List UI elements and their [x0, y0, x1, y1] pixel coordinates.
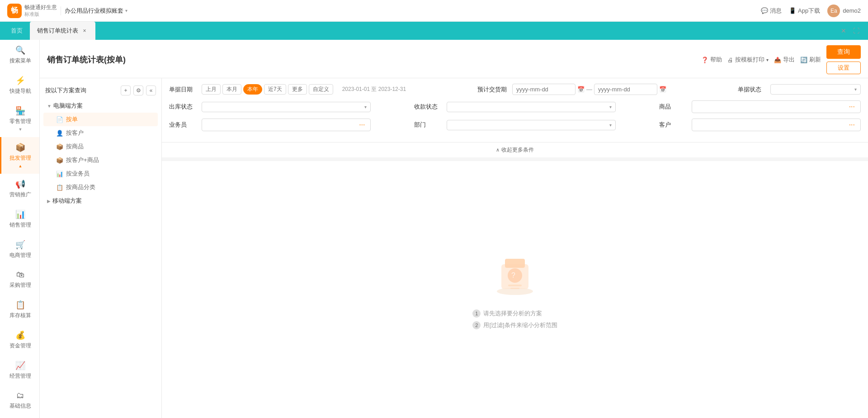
query-button[interactable]: 查询	[826, 45, 861, 59]
sidebar-item-marketing-label: 营销推广	[9, 191, 31, 199]
quick-nav-icon: ⚡	[15, 76, 25, 86]
logo-text: 畅捷通好生意 标准版	[24, 4, 57, 18]
basic-icon: 🗂	[16, 391, 24, 400]
salesperson-more-icon[interactable]: ···	[357, 121, 367, 129]
export-icon: 📤	[774, 57, 781, 63]
pc-group-label: 电脑端方案	[53, 102, 83, 110]
page-actions: ❓ 帮助 🖨 按模板打印 ▾ 📤 导出 🔄 刷新 查询	[701, 45, 861, 74]
date-btn-7days[interactable]: 近7天	[264, 84, 286, 95]
sidebar-item-sales-label: 销售管理	[9, 221, 31, 229]
tree-item-by-product-category[interactable]: 📋 按商品分类	[43, 180, 158, 194]
print-dropdown-icon: ▾	[766, 57, 769, 62]
sidebar-item-ecommerce[interactable]: 🛒 电商管理	[0, 234, 39, 265]
add-scheme-button[interactable]: +	[121, 86, 131, 95]
expected-date-input-group: 📅 — 📅	[512, 84, 666, 95]
tab-close-icon[interactable]: ×	[81, 27, 88, 34]
help-icon: ❓	[701, 57, 708, 63]
tab-sales-order-stats[interactable]: 销售订单统计表 ×	[30, 22, 95, 40]
wholesale-icon: 📦	[15, 142, 25, 152]
tree-item-by-order[interactable]: 📄 按单	[43, 113, 158, 126]
receive-status-select[interactable]: ▾	[447, 102, 616, 112]
sidebar-item-search-menu[interactable]: 🔍 搜索菜单	[0, 40, 39, 70]
by-customer-label: 按客户	[66, 129, 84, 137]
expected-date-end-input[interactable]	[594, 84, 657, 95]
close-window-button[interactable]: ✕	[839, 26, 848, 35]
print-icon: 🖨	[727, 57, 733, 63]
ecommerce-icon: 🛒	[15, 240, 25, 250]
sidebar-item-system[interactable]: ⚙ 系统管理	[0, 415, 39, 418]
calendar-end-icon[interactable]: 📅	[659, 86, 666, 93]
status-select[interactable]: ▾	[770, 84, 861, 95]
tree-item-by-customer[interactable]: 👤 按客户	[43, 126, 158, 140]
sidebar: 🔍 搜索菜单 ⚡ 快捷导航 🏪 零售管理 ▼ 📦 批发管理 ▲ 📢 营销推广 📊…	[0, 40, 40, 418]
filter-panel: 单据日期 上月 本月 本年 近7天 更多 自定义 2023-01-01 至 20…	[162, 78, 868, 142]
help-button[interactable]: ❓ 帮助	[701, 56, 722, 64]
sidebar-item-retail[interactable]: 🏪 零售管理 ▼	[0, 100, 39, 137]
avatar: Ea	[827, 5, 840, 17]
top-bar-right: 💬 消息 📱 App下载 Ea demo2	[761, 5, 861, 17]
date-btn-custom[interactable]: 自定义	[309, 84, 333, 95]
refresh-button[interactable]: 🔄 刷新	[800, 56, 821, 64]
tip-1-text: 请先选择要分析的方案	[483, 309, 542, 318]
svg-text:?: ?	[511, 271, 515, 279]
date-filter-buttons: 上月 本月 本年 近7天 更多 自定义	[202, 84, 333, 95]
sidebar-item-operation[interactable]: 📈 经营管理	[0, 355, 39, 385]
logo-icon: 畅	[7, 4, 22, 18]
sidebar-item-marketing[interactable]: 📢 营销推广	[0, 174, 39, 204]
sidebar-item-wholesale[interactable]: 📦 批发管理 ▲	[0, 137, 39, 174]
settings-button[interactable]: 设置	[826, 62, 861, 74]
date-btn-last-month[interactable]: 上月	[202, 84, 221, 95]
sidebar-item-ecommerce-label: 电商管理	[9, 252, 31, 259]
purchase-icon: 🛍	[16, 270, 24, 280]
message-button[interactable]: 💬 消息	[761, 7, 782, 15]
scheme-settings-button[interactable]: ⚙	[133, 86, 143, 95]
empty-tip-1: 1 请先选择要分析的方案	[472, 309, 557, 318]
collapse-panel-button[interactable]: «	[146, 86, 156, 95]
out-status-label: 出库状态	[169, 103, 196, 111]
out-status-select[interactable]: ▾	[202, 102, 371, 112]
app-title-dropdown[interactable]: 办公用品行业模拟账套 ▾	[65, 7, 127, 15]
dept-select[interactable]: ▾	[447, 120, 616, 130]
sidebar-item-inventory-label: 库存核算	[9, 312, 31, 319]
sidebar-item-quick-nav[interactable]: ⚡ 快捷导航	[0, 70, 39, 100]
tree-group-mobile-header[interactable]: ▶ 移动端方案	[43, 194, 158, 208]
date-btn-this-month[interactable]: 本月	[222, 84, 241, 95]
date-btn-more[interactable]: 更多	[288, 84, 307, 95]
expected-date-start-input[interactable]	[512, 84, 576, 95]
by-order-label: 按单	[66, 115, 78, 124]
logo-version: 标准版	[24, 11, 57, 17]
sidebar-item-inventory[interactable]: 📋 库存核算	[0, 294, 39, 325]
tab-home[interactable]: 首页	[4, 22, 30, 40]
empty-tips: 1 请先选择要分析的方案 2 用[过滤]条件来缩小分析范围	[472, 309, 557, 333]
tree-item-by-product[interactable]: 📦 按商品	[43, 140, 158, 153]
tree-item-by-customer-product[interactable]: 📦 按客户+商品	[43, 153, 158, 167]
goods-more-icon[interactable]: ···	[847, 103, 857, 111]
collapse-btn-label: 收起更多条件	[501, 146, 534, 154]
sidebar-item-finance[interactable]: 💰 资金管理	[0, 325, 39, 355]
empty-tip-2: 2 用[过滤]条件来缩小分析范围	[472, 321, 557, 329]
sidebar-item-purchase[interactable]: 🛍 采购管理	[0, 265, 39, 294]
tree-group-pc-header[interactable]: ▼ 电脑端方案	[43, 99, 158, 113]
customer-more-icon[interactable]: ···	[847, 121, 857, 129]
collapse-bar[interactable]: ∧ 收起更多条件	[162, 142, 868, 157]
refresh-icon: 🔄	[800, 57, 807, 63]
filter-row-salesperson: 业务员 ··· 部门 ▾ 客户	[169, 119, 861, 131]
top-bar: 畅 畅捷通好生意 标准版 办公用品行业模拟账套 ▾ 💬 消息 📱 App下载 E…	[0, 0, 868, 22]
sidebar-item-retail-label: 零售管理	[9, 118, 31, 125]
sidebar-item-basic[interactable]: 🗂 基础信息	[0, 385, 39, 415]
by-product-label: 按商品	[66, 142, 84, 151]
user-name: demo2	[843, 7, 861, 14]
sidebar-item-operation-label: 经营管理	[9, 372, 31, 380]
app-download-button[interactable]: 📱 App下载	[789, 7, 820, 15]
finance-icon: 💰	[15, 330, 25, 340]
calendar-start-icon[interactable]: 📅	[577, 86, 585, 93]
template-print-button[interactable]: 🖨 按模板打印 ▾	[727, 56, 769, 64]
user-avatar-area[interactable]: Ea demo2	[827, 5, 861, 17]
tree-item-by-salesperson[interactable]: 📊 按业务员	[43, 167, 158, 180]
maximize-window-button[interactable]: ⛶	[852, 26, 861, 35]
operation-icon: 📈	[15, 361, 25, 370]
date-btn-this-year[interactable]: 本年	[243, 84, 262, 95]
sidebar-item-sales[interactable]: 📊 销售管理	[0, 204, 39, 234]
sidebar-item-purchase-label: 采购管理	[9, 281, 31, 289]
export-button[interactable]: 📤 导出	[774, 56, 795, 64]
